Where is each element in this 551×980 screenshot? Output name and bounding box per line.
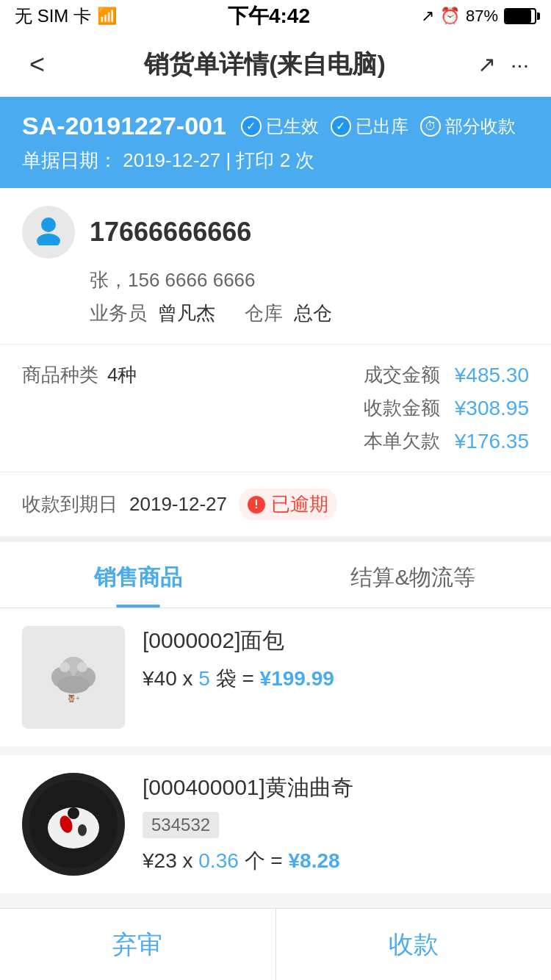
overdue-badge: ! 已逾期 xyxy=(239,489,337,520)
more-icon[interactable]: ··· xyxy=(511,52,529,77)
sales-item: 业务员 曾凡杰 xyxy=(90,300,215,326)
product-name-1: [0000002]面包 xyxy=(143,626,529,656)
product-item: 🦉+ [0000002]面包 ¥40 x 5 袋 = ¥199.99 xyxy=(0,608,551,746)
price-unit-1: 袋 xyxy=(216,667,237,690)
stats-left: 商品种类 4种 xyxy=(22,362,137,388)
collect-button[interactable]: 收款 xyxy=(276,909,552,980)
check-icon-1: ✓ xyxy=(241,116,262,137)
page-title: 销货单详情(来自电脑) xyxy=(144,48,386,82)
stats-right: 成交金额 ¥485.30 收款金额 ¥308.95 本单欠款 ¥176.35 xyxy=(364,362,529,454)
debt-label: 本单欠款 xyxy=(364,428,440,454)
wifi-icon: 📶 xyxy=(97,7,117,26)
badge-effected: ✓ 已生效 xyxy=(241,115,319,138)
product-name-2: [000400001]黄油曲奇 xyxy=(143,773,529,803)
price-eq-1: = xyxy=(242,667,259,690)
product-info-1: [0000002]面包 ¥40 x 5 袋 = ¥199.99 xyxy=(143,626,529,693)
product-price-1: ¥40 x 5 袋 = ¥199.99 xyxy=(143,665,529,693)
warehouse-name: 总仓 xyxy=(294,302,332,324)
svg-point-13 xyxy=(78,824,87,836)
order-id: SA-20191227-001 xyxy=(22,112,226,140)
tab-sales-label: 销售商品 xyxy=(94,565,182,589)
avatar xyxy=(22,206,75,259)
stats-section: 商品种类 4种 成交金额 ¥485.30 收款金额 ¥308.95 本单欠款 ¥… xyxy=(0,345,551,472)
user-icon xyxy=(32,213,65,252)
svg-point-1 xyxy=(37,234,60,245)
svg-point-0 xyxy=(41,217,56,232)
product-item-2: [000400001]黄油曲奇 534532 ¥23 x 0.36 个 = ¥8… xyxy=(0,755,551,893)
product-price-2: ¥23 x 0.36 个 = ¥8.28 xyxy=(143,847,529,875)
cancel-button[interactable]: 弃审 xyxy=(0,909,276,980)
nav-bar: < 销货单详情(来自电脑) ↗ ··· xyxy=(0,32,551,97)
badge-shipped: ✓ 已出库 xyxy=(331,115,408,138)
collect-amount: ¥308.95 xyxy=(455,397,529,420)
collect-row: 收款金额 ¥308.95 xyxy=(364,395,529,421)
product-image-2 xyxy=(22,773,125,876)
status-badges: ✓ 已生效 ✓ 已出库 ⏱ 部分收款 xyxy=(241,115,516,138)
debt-amount: ¥176.35 xyxy=(455,430,529,453)
svg-point-6 xyxy=(60,662,70,672)
price-qty-2: 0.36 xyxy=(198,849,239,872)
tab-settlement[interactable]: 结算&物流等 xyxy=(276,542,551,608)
debt-row: 本单欠款 ¥176.35 xyxy=(364,428,529,454)
price-qty-1: 5 xyxy=(198,667,210,690)
price-unit-2: 个 xyxy=(245,849,265,872)
status-time: 下午4:42 xyxy=(228,2,310,30)
price-total-1: ¥199.99 xyxy=(260,667,334,690)
print-separator: | 打印 xyxy=(226,149,274,171)
due-section: 收款到期日 2019-12-27 ! 已逾期 xyxy=(0,472,551,542)
customer-row: 17666666666 xyxy=(22,206,529,259)
bottom-bar: 弃审 收款 xyxy=(0,908,551,980)
status-left: 无 SIM 卡 📶 xyxy=(15,4,117,28)
header-sub: 单据日期： 2019-12-27 | 打印 2 次 xyxy=(22,148,529,173)
svg-point-5 xyxy=(57,676,90,693)
clock-icon: ⏱ xyxy=(420,116,441,137)
badge-partial-label: 部分收款 xyxy=(445,115,516,138)
price-x-1: x xyxy=(183,667,199,690)
carrier-text: 无 SIM 卡 xyxy=(15,4,91,28)
due-label: 收款到期日 xyxy=(22,491,118,517)
deal-amount: ¥485.30 xyxy=(455,364,529,387)
back-button[interactable]: < xyxy=(22,42,52,87)
status-right: ↗ ⏰ 87% xyxy=(421,7,536,26)
tab-settlement-label: 结算&物流等 xyxy=(350,565,475,589)
customer-phone: 17666666666 xyxy=(90,217,251,248)
svg-point-7 xyxy=(77,662,87,672)
price-value-2: ¥23 xyxy=(143,849,177,872)
tabs-section: 销售商品 结算&物流等 xyxy=(0,542,551,608)
tab-sales-products[interactable]: 销售商品 xyxy=(0,542,276,608)
overdue-text: 已逾期 xyxy=(271,491,328,517)
type-label: 商品种类 xyxy=(22,362,98,388)
price-total-2: ¥8.28 xyxy=(288,849,339,872)
share-icon[interactable]: ↗ xyxy=(478,51,496,77)
overdue-icon: ! xyxy=(248,496,265,514)
badge-partial: ⏱ 部分收款 xyxy=(420,115,516,138)
deal-label: 成交金额 xyxy=(364,362,440,388)
header-banner: SA-20191227-001 ✓ 已生效 ✓ 已出库 ⏱ 部分收款 单据日期：… xyxy=(0,97,551,188)
type-value: 4种 xyxy=(107,362,137,388)
alarm-icon: ⏰ xyxy=(440,7,460,26)
sales-name: 曾凡杰 xyxy=(158,302,215,324)
customer-name: 张，156 6666 6666 xyxy=(90,267,529,293)
badge-shipped-label: 已出库 xyxy=(356,115,408,138)
warehouse-label: 仓库 xyxy=(245,302,283,324)
warehouse-item: 仓库 总仓 xyxy=(245,300,332,326)
price-eq-2: = xyxy=(270,849,288,872)
svg-text:🦉+: 🦉+ xyxy=(67,693,80,703)
svg-point-12 xyxy=(68,807,79,819)
product-info-2: [000400001]黄油曲奇 534532 ¥23 x 0.36 个 = ¥8… xyxy=(143,773,529,875)
print-suffix: 次 xyxy=(295,149,314,171)
due-date: 2019-12-27 xyxy=(129,493,227,516)
location-icon: ↗ xyxy=(421,7,434,26)
battery-percent: 87% xyxy=(466,7,498,26)
deal-row: 成交金额 ¥485.30 xyxy=(364,362,529,388)
status-bar: 无 SIM 卡 📶 下午4:42 ↗ ⏰ 87% xyxy=(0,0,551,32)
date-label: 单据日期： xyxy=(22,149,118,171)
customer-meta: 业务员 曾凡杰 仓库 总仓 xyxy=(90,300,529,326)
order-date: 2019-12-27 xyxy=(123,149,220,171)
battery-icon xyxy=(504,8,536,24)
customer-section: 17666666666 张，156 6666 6666 业务员 曾凡杰 仓库 总… xyxy=(0,188,551,345)
nav-actions: ↗ ··· xyxy=(478,51,529,77)
check-icon-2: ✓ xyxy=(331,116,351,137)
header-banner-top: SA-20191227-001 ✓ 已生效 ✓ 已出库 ⏱ 部分收款 xyxy=(22,112,529,140)
price-x-2: x xyxy=(183,849,199,872)
